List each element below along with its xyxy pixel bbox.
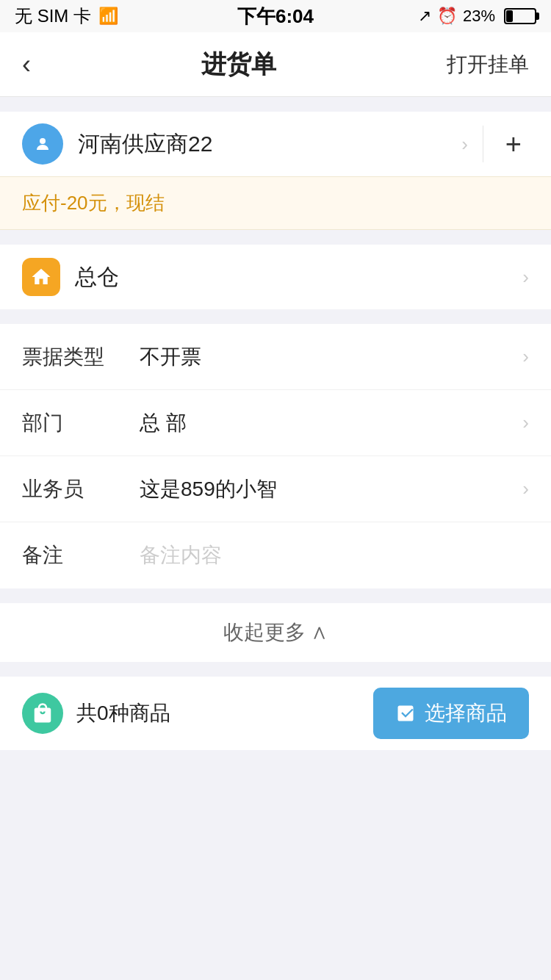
status-left: 无 SIM 卡 📶 [15,4,118,28]
supplier-name: 河南供应商22 [78,129,447,159]
department-label: 部门 [22,409,125,437]
collapse-button[interactable]: 收起更多 ∧ [0,603,551,662]
department-value: 总 部 [125,409,522,437]
status-time: 下午6:04 [237,4,314,29]
wifi-icon: 📶 [98,7,118,26]
select-goods-label: 选择商品 [425,699,507,727]
remark-label: 备注 [22,541,125,569]
supplier-row[interactable]: 河南供应商22 › [22,112,468,176]
form-section: 票据类型 不开票 › 部门 总 部 › 业务员 这是859的小智 › 备注 备注… [0,324,551,588]
salesman-value: 这是859的小智 [125,475,522,503]
goods-icon [22,693,63,734]
vertical-divider [483,126,483,162]
warehouse-chevron-icon: › [522,266,529,289]
salesman-label: 业务员 [22,475,125,503]
alarm-icon: ⏰ [437,7,457,26]
home-icon [30,266,52,288]
supplier-section: 河南供应商22 › + [0,112,551,176]
location-icon: ↗ [418,7,431,26]
svg-point-0 [40,138,46,144]
battery-icon [504,8,536,24]
nav-bar: ‹ 进货单 打开挂单 [0,32,551,97]
supplier-notice: 应付-20元，现结 [0,176,551,230]
supplier-chevron-icon: › [461,133,468,156]
warehouse-icon [22,258,60,296]
department-row[interactable]: 部门 总 部 › [0,390,551,456]
invoice-chevron-icon: › [522,345,529,368]
open-pending-button[interactable]: 打开挂单 [447,51,529,79]
battery-text: 23% [463,7,495,26]
collapse-label: 收起更多 ∧ [223,619,328,646]
person-icon [34,135,51,153]
remark-input[interactable]: 备注内容 [125,541,529,569]
supplier-avatar [22,123,63,165]
warehouse-section[interactable]: 总仓 › [0,245,551,309]
salesman-row[interactable]: 业务员 这是859的小智 › [0,456,551,522]
bottom-section: 共0种商品 选择商品 [0,677,551,750]
select-goods-icon [395,703,416,724]
invoice-value: 不开票 [125,343,522,371]
carrier-text: 无 SIM 卡 [15,4,91,28]
rest-area [0,750,551,970]
invoice-label: 票据类型 [22,343,125,371]
warehouse-name: 总仓 [75,262,508,292]
select-goods-button[interactable]: 选择商品 [373,688,529,739]
salesman-chevron-icon: › [522,478,529,500]
add-supplier-button[interactable]: + [498,121,529,167]
department-chevron-icon: › [522,411,529,434]
back-button[interactable]: ‹ [22,49,31,80]
invoice-row[interactable]: 票据类型 不开票 › [0,324,551,390]
remark-row[interactable]: 备注 备注内容 [0,522,551,588]
shopping-bag-icon [32,702,54,724]
warehouse-row[interactable]: 总仓 › [22,245,529,309]
status-bar: 无 SIM 卡 📶 下午6:04 ↗ ⏰ 23% [0,0,551,32]
status-right: ↗ ⏰ 23% [418,7,536,26]
goods-count-text: 共0种商品 [76,699,170,727]
section-divider-1 [0,97,551,112]
page-title: 进货单 [201,48,276,82]
goods-count-area: 共0种商品 [22,693,170,734]
